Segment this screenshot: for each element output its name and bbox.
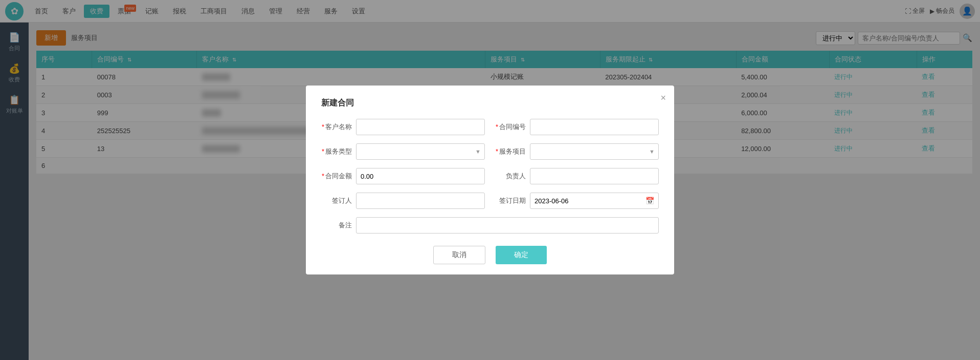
required-star3: *	[322, 147, 324, 155]
field-client-name: *客户名称	[321, 119, 485, 135]
contract-no-input[interactable]	[530, 119, 659, 135]
form-row-4: 签订人 签订日期 📅	[321, 193, 659, 209]
form-row-2: *服务类型 ▼ *服务项目 ▼	[321, 143, 659, 160]
service-type-select-wrapper: ▼	[356, 143, 485, 160]
dialog-close-button[interactable]: ×	[660, 93, 666, 103]
required-star4: *	[496, 147, 498, 155]
contract-amount-label: *合同金额	[321, 172, 352, 181]
service-type-label: *服务类型	[321, 147, 352, 156]
field-responsible: 负责人	[495, 168, 659, 184]
contract-no-label: *合同编号	[495, 122, 526, 132]
client-name-label: *客户名称	[321, 122, 352, 132]
required-star: *	[322, 123, 324, 131]
service-item-select-wrapper: ▼	[530, 143, 659, 160]
service-item-select[interactable]	[530, 143, 659, 160]
field-signer: 签订人	[321, 193, 485, 209]
required-star2: *	[496, 123, 498, 131]
field-contract-amount: *合同金额	[321, 168, 485, 184]
remark-label: 备注	[321, 221, 352, 230]
remark-input[interactable]	[356, 217, 659, 234]
sign-date-label: 签订日期	[495, 196, 526, 205]
signer-label: 签订人	[321, 196, 352, 205]
form-row-3: *合同金额 负责人	[321, 168, 659, 184]
form-row-5: 备注	[321, 217, 659, 234]
sign-date-input[interactable]	[534, 197, 645, 205]
calendar-icon[interactable]: 📅	[645, 197, 654, 205]
contract-amount-input[interactable]	[356, 168, 485, 184]
signer-input[interactable]	[356, 193, 485, 209]
dialog-title: 新建合同	[321, 98, 659, 109]
field-contract-no: *合同编号	[495, 119, 659, 135]
form-row-1: *客户名称 *合同编号	[321, 119, 659, 135]
field-service-type: *服务类型 ▼	[321, 143, 485, 160]
client-name-input[interactable]	[356, 119, 485, 135]
service-type-select[interactable]	[356, 143, 485, 160]
dialog-overlay: × 新建合同 *客户名称 *合同编号 *服务类型	[0, 0, 980, 360]
service-item-label: *服务项目	[495, 147, 526, 156]
cancel-button[interactable]: 取消	[433, 246, 485, 264]
dialog-footer: 取消 确定	[321, 246, 659, 264]
field-service-item: *服务项目 ▼	[495, 143, 659, 160]
responsible-input[interactable]	[530, 168, 659, 184]
new-contract-dialog: × 新建合同 *客户名称 *合同编号 *服务类型	[306, 86, 674, 274]
sign-date-wrapper: 📅	[530, 193, 659, 209]
required-star5: *	[322, 172, 324, 180]
responsible-label: 负责人	[495, 172, 526, 181]
field-sign-date: 签订日期 📅	[495, 193, 659, 209]
confirm-button[interactable]: 确定	[496, 246, 547, 264]
field-remark: 备注	[321, 217, 659, 234]
